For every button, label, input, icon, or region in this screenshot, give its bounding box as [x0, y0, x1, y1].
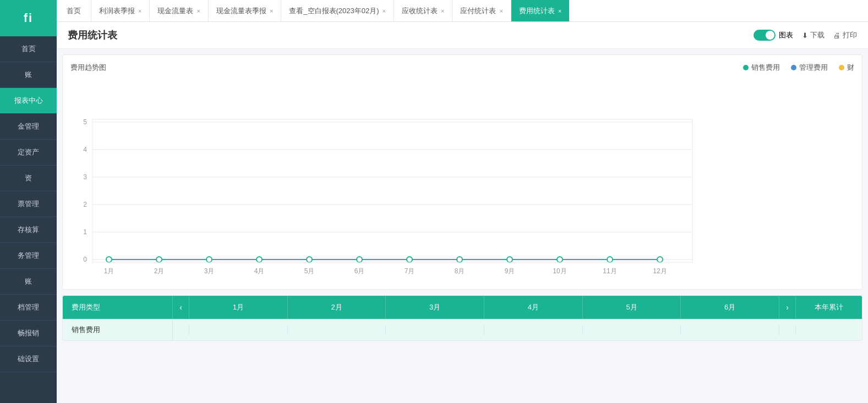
legend-label-finance: 财: [847, 63, 854, 73]
th-month-1: 1月: [189, 296, 288, 319]
svg-point-24: [106, 257, 112, 262]
tab-close-profit-quarterly[interactable]: ×: [138, 8, 141, 14]
sidebar-item-tickets[interactable]: 票管理: [0, 191, 57, 217]
td-val-1: [189, 324, 288, 335]
table-row: 销售费用: [63, 319, 862, 340]
svg-point-35: [657, 257, 663, 262]
svg-point-34: [607, 257, 613, 262]
page-title: 费用统计表: [68, 29, 117, 42]
sidebar-item-affairs[interactable]: 务管理: [0, 243, 57, 269]
tab-close-cashflow-quarterly[interactable]: ×: [270, 8, 273, 14]
td-val-6: [681, 324, 779, 335]
tab-close-blank-report[interactable]: ×: [383, 8, 386, 14]
svg-text:3月: 3月: [204, 267, 215, 275]
svg-text:3: 3: [83, 173, 87, 181]
th-month-3: 3月: [386, 296, 484, 319]
sidebar-item-assets[interactable]: 定资产: [0, 140, 57, 165]
download-icon: ⬇: [802, 31, 808, 40]
print-button[interactable]: 🖨 打印: [833, 30, 857, 40]
svg-text:1: 1: [83, 228, 87, 236]
tab-profit-quarterly[interactable]: 利润表季报 ×: [91, 0, 150, 21]
header-actions: 图表 ⬇ 下载 🖨 打印: [754, 30, 857, 41]
svg-point-29: [357, 257, 362, 262]
th-month-2: 2月: [288, 296, 386, 319]
tab-home[interactable]: 首页: [57, 0, 91, 21]
th-type: 费用类型: [63, 296, 173, 319]
svg-text:6月: 6月: [354, 267, 365, 275]
x-axis-labels: 1月 2月 3月 4月 5月 6月 7月 8月 9月 10月 11月 12月: [104, 267, 667, 275]
tab-close-receivable[interactable]: ×: [441, 8, 444, 14]
td-arrow-spacer2: [779, 324, 796, 335]
svg-text:7月: 7月: [405, 267, 415, 275]
th-prev-arrow[interactable]: ‹: [173, 296, 189, 318]
table-section: 费用类型 ‹ 1月 2月 3月 4月 5月 6月 › 本年累计 销售费用: [62, 295, 862, 341]
th-next-arrow[interactable]: ›: [779, 296, 796, 318]
tab-bar: 首页 利润表季报 × 现金流量表 × 现金流量表季报 × 查看_空白报表(202…: [57, 0, 868, 22]
td-val-3: [386, 324, 484, 335]
td-val-2: [288, 324, 386, 335]
chart-header: 费用趋势图 销售费用 管理费用 财: [70, 63, 854, 73]
svg-point-32: [507, 257, 512, 262]
tab-receivable[interactable]: 应收统计表 ×: [394, 0, 452, 21]
svg-text:4月: 4月: [254, 267, 265, 275]
sidebar-item-expense[interactable]: 畅报销: [0, 321, 57, 346]
chart-section: 费用趋势图 销售费用 管理费用 财: [62, 54, 862, 290]
trend-chart: 0 1 2 3 4 5: [70, 78, 854, 281]
legend-label-sales: 销售费用: [751, 63, 780, 73]
svg-text:12月: 12月: [653, 267, 667, 275]
sidebar: fi 首页 账 报表中心 金管理 定资产 资 票管理 存核算 务管理 账 档管理…: [0, 0, 57, 403]
svg-text:9月: 9月: [505, 267, 515, 275]
y-axis: 0 1 2 3 4 5: [83, 118, 692, 263]
main-area: 首页 利润表季报 × 现金流量表 × 现金流量表季报 × 查看_空白报表(202…: [57, 0, 868, 403]
download-button[interactable]: ⬇ 下载: [802, 30, 825, 40]
svg-text:0: 0: [83, 256, 87, 263]
legend-dot-finance: [839, 65, 844, 70]
sidebar-item-reports[interactable]: 报表中心: [0, 88, 57, 114]
print-icon: 🖨: [833, 31, 840, 40]
tab-close-payable[interactable]: ×: [499, 8, 503, 14]
tab-cashflow-quarterly[interactable]: 现金流量表季报 ×: [209, 0, 281, 21]
svg-text:10月: 10月: [553, 267, 566, 275]
legend-dot-sales: [743, 65, 749, 70]
sidebar-item-ledger[interactable]: 账: [0, 269, 57, 295]
chart-title: 费用趋势图: [70, 63, 106, 73]
svg-point-31: [457, 257, 462, 262]
svg-text:2: 2: [83, 201, 87, 208]
svg-text:5月: 5月: [304, 267, 315, 275]
chart-toggle-wrap: 图表: [754, 30, 793, 41]
chart-container: 0 1 2 3 4 5: [70, 78, 854, 281]
tab-cashflow[interactable]: 现金流量表 ×: [150, 0, 208, 21]
tab-blank-report[interactable]: 查看_空白报表(2023年02月) ×: [281, 0, 394, 21]
tab-payable[interactable]: 应付统计表 ×: [452, 0, 511, 21]
td-type: 销售费用: [63, 319, 173, 340]
sidebar-item-settings[interactable]: 础设置: [0, 346, 57, 372]
sidebar-item-inventory[interactable]: 存核算: [0, 217, 57, 243]
legend-dot-manage: [791, 65, 796, 70]
svg-text:1月: 1月: [104, 267, 114, 275]
svg-text:5: 5: [83, 118, 87, 126]
legend-finance: 财: [839, 63, 854, 73]
sidebar-logo: fi: [0, 0, 57, 36]
sidebar-item-archive[interactable]: 档管理: [0, 295, 57, 321]
chart-toggle[interactable]: [754, 30, 776, 41]
sidebar-item-account[interactable]: 账: [0, 62, 57, 88]
svg-rect-36: [92, 119, 692, 262]
tab-close-expense-stats[interactable]: ×: [558, 8, 561, 14]
table-header-row: 费用类型 ‹ 1月 2月 3月 4月 5月 6月 › 本年累计: [63, 296, 862, 319]
legend-label-manage: 管理费用: [799, 63, 828, 73]
td-val-4: [484, 324, 583, 335]
sidebar-item-cash[interactable]: 金管理: [0, 114, 57, 140]
chart-legend: 销售费用 管理费用 财: [743, 63, 854, 73]
sidebar-item-resource[interactable]: 资: [0, 165, 57, 191]
legend-manage: 管理费用: [791, 63, 828, 73]
svg-point-33: [557, 257, 563, 262]
tab-close-cashflow[interactable]: ×: [196, 8, 200, 14]
svg-point-26: [206, 257, 212, 262]
th-total: 本年累计: [796, 296, 862, 319]
legend-sales: 销售费用: [743, 63, 780, 73]
svg-text:11月: 11月: [603, 267, 616, 275]
td-val-5: [583, 324, 681, 335]
svg-point-28: [307, 257, 312, 262]
sidebar-item-home[interactable]: 首页: [0, 36, 57, 62]
tab-expense-stats[interactable]: 费用统计表 ×: [511, 0, 570, 21]
